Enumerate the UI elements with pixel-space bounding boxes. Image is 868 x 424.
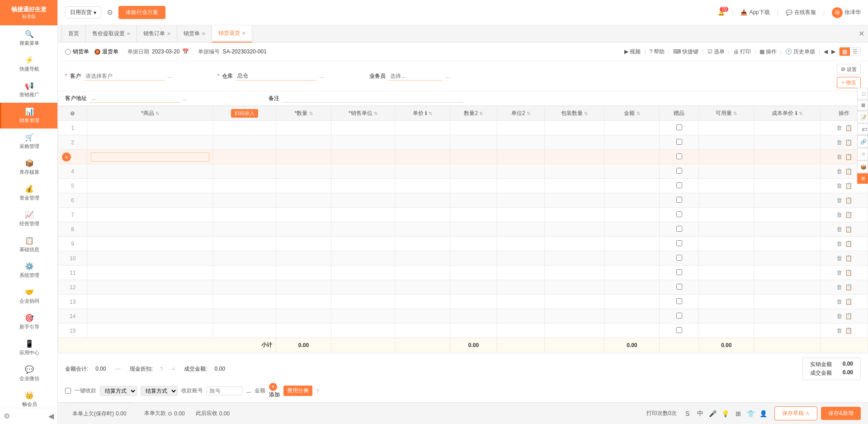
account-dots[interactable]: ... — [246, 388, 251, 394]
tab-sales-return[interactable]: 销货退货 ✕ — [212, 25, 252, 43]
copy-row-3-icon[interactable]: 📋 — [845, 153, 852, 160]
sidebar-item-marketing[interactable]: 📢 营销推广 — [0, 77, 57, 103]
sale-unit-cell-3[interactable] — [331, 150, 395, 164]
sidebar-item-wechat[interactable]: 💬 企业微信 — [0, 361, 57, 386]
qty-cell-1[interactable] — [276, 121, 331, 135]
rf-btn-7[interactable]: 📦 — [857, 161, 868, 173]
gift-checkbox-2[interactable] — [676, 139, 682, 145]
unit2-cell-3[interactable] — [497, 150, 544, 164]
cost-price-cell-1[interactable] — [754, 121, 821, 135]
collapse-icon[interactable]: ◀ — [48, 412, 54, 420]
calendar-icon[interactable]: 📅 — [182, 48, 189, 55]
remark-input[interactable] — [282, 94, 463, 103]
product-cell-3[interactable] — [87, 150, 213, 164]
tab-price-close[interactable]: ✕ — [127, 31, 130, 36]
header-gear-icon[interactable]: ⚙ — [107, 8, 113, 17]
print-btn[interactable]: 🖨 打印 — [733, 48, 751, 56]
pkg-qty-cell-2[interactable] — [544, 135, 604, 150]
logistics-btn[interactable]: + 物流 — [837, 77, 861, 88]
sidebar-item-system[interactable]: ⚙️ 系统管理 — [0, 257, 57, 283]
close-all-tabs[interactable]: ✕ — [859, 29, 864, 38]
sidebar-item-inventory[interactable]: 📦 库存核算 — [0, 154, 57, 180]
copy-icon[interactable]: 📋 — [845, 197, 852, 204]
add-payment-btn[interactable]: + — [269, 383, 277, 391]
delete-row-2-icon[interactable]: 🗑 — [836, 139, 842, 146]
experience-button[interactable]: 体验行业方案 — [118, 6, 165, 19]
salesperson-dots[interactable]: ... — [445, 73, 450, 79]
available-cell-3[interactable] — [699, 150, 754, 164]
copy-icon[interactable]: 📋 — [845, 284, 852, 291]
list-view-btn[interactable]: ☰ — [850, 48, 860, 56]
copy-icon[interactable]: 📋 — [845, 240, 852, 247]
sidebar-item-purchase[interactable]: 🛒 采购管理 — [0, 129, 57, 154]
product-input-3[interactable] — [91, 152, 209, 162]
sidebar-item-guide[interactable]: 🎯 新手引导 — [0, 309, 57, 335]
copy-icon[interactable]: 📋 — [845, 182, 852, 189]
amount-cell-3[interactable] — [604, 150, 660, 164]
sale-unit-cell-1[interactable] — [331, 121, 395, 135]
available-cell-2[interactable] — [699, 135, 754, 150]
cost-price-cell-3[interactable] — [754, 150, 821, 164]
delete-icon[interactable]: 🗑 — [836, 182, 842, 189]
cost-price-cell-2[interactable] — [754, 135, 821, 150]
toolbar-icon-2[interactable]: 中 — [695, 408, 706, 419]
delete-icon[interactable]: 🗑 — [836, 168, 842, 175]
copy-row-2-icon[interactable]: 📋 — [845, 139, 852, 146]
warehouse-dots[interactable]: ... — [320, 73, 324, 79]
copy-icon[interactable]: 📋 — [845, 327, 852, 334]
address-dots[interactable]: ... — [183, 95, 187, 102]
gift-checkbox-3[interactable] — [676, 153, 682, 159]
unit2-cell-1[interactable] — [497, 121, 544, 135]
sale-unit-cell-2[interactable] — [331, 135, 395, 150]
product-cell-1[interactable] — [87, 121, 213, 135]
delete-icon[interactable]: 🗑 — [836, 269, 842, 276]
amount-cell-1[interactable] — [604, 121, 660, 135]
settlement-select[interactable]: 结算方式 — [100, 386, 137, 396]
delete-icon[interactable]: 🗑 — [836, 240, 842, 247]
account-input[interactable] — [207, 386, 243, 395]
sidebar-item-shortcuts[interactable]: ⚡ 快捷导航 — [0, 51, 57, 77]
unit-price-cell-3[interactable] — [395, 150, 450, 164]
delete-row-1-icon[interactable]: 🗑 — [836, 124, 842, 131]
unit-price-cell-1[interactable] — [395, 121, 450, 135]
daily-selector[interactable]: 日用百货 ▾ — [65, 6, 101, 19]
toolbar-icon-5[interactable]: ⊞ — [733, 408, 744, 419]
copy-icon[interactable]: 📋 — [845, 211, 852, 218]
qty2-cell-2[interactable] — [450, 135, 497, 150]
rf-btn-2[interactable]: ⊠ — [857, 100, 868, 110]
copy-icon[interactable]: 📋 — [845, 298, 852, 305]
sidebar-item-sales[interactable]: 📊 销售管理 — [0, 103, 57, 129]
next-record-btn[interactable]: ▶ — [831, 48, 835, 55]
save-new-btn[interactable]: 保存&新增 — [821, 407, 861, 420]
app-download-btn[interactable]: 📥 App下载 — [741, 9, 769, 16]
customer-dots[interactable]: ... — [168, 73, 172, 79]
grid-view-btn[interactable]: ▦ — [840, 48, 850, 56]
tab-sales-order-close[interactable]: ✕ — [167, 31, 170, 36]
sidebar-item-enterprise[interactable]: 🤝 企业协同 — [0, 283, 57, 309]
rf-btn-8-active[interactable]: ⊞ — [857, 173, 868, 184]
select-btn[interactable]: ☑ 选单 — [708, 48, 725, 56]
th-settings[interactable]: ⚙ — [58, 106, 87, 121]
delete-icon[interactable]: 🗑 — [836, 197, 842, 204]
rf-btn-4[interactable]: 🏷 — [857, 124, 868, 135]
radio-sale-input[interactable] — [65, 49, 71, 55]
fee-split-help[interactable]: ? — [316, 388, 319, 394]
qty2-cell-3[interactable] — [450, 150, 497, 164]
delete-icon[interactable]: 🗑 — [836, 226, 842, 233]
calc-method-select[interactable]: 结算方式 — [141, 386, 178, 396]
rf-btn-6[interactable]: ☆ — [857, 148, 868, 160]
rf-btn-5[interactable]: 🔗 — [857, 135, 868, 148]
toolbar-icon-6[interactable]: 👕 — [745, 408, 756, 419]
delete-icon[interactable]: 🗑 — [836, 298, 842, 305]
rf-btn-3[interactable]: 📝 — [857, 111, 868, 123]
gift-cell-1[interactable] — [660, 121, 699, 135]
salesperson-input[interactable] — [388, 72, 443, 81]
user-profile[interactable]: 徐 徐泽华 — [832, 7, 861, 18]
delete-icon[interactable]: 🗑 — [836, 255, 842, 262]
tab-sales[interactable]: 销货单 ✕ — [177, 25, 212, 43]
unit2-cell-2[interactable] — [497, 135, 544, 150]
qty2-cell-1[interactable] — [450, 121, 497, 135]
sidebar-item-search[interactable]: 🔍 搜索菜单 — [0, 25, 57, 51]
toolbar-icon-4[interactable]: 💡 — [720, 408, 731, 419]
qty-cell-2[interactable] — [276, 135, 331, 150]
